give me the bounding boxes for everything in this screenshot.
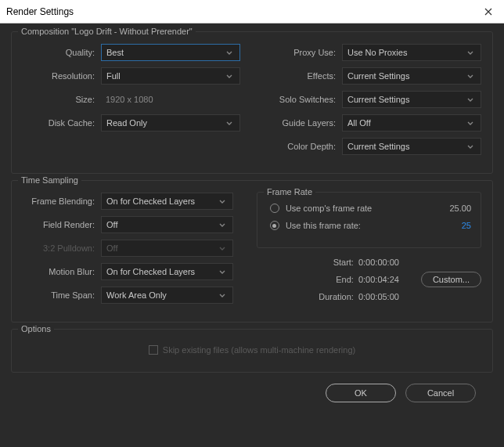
motion-blur-value: On for Checked Layers — [106, 267, 217, 276]
window-title: Render Settings — [6, 6, 473, 17]
chevron-down-icon — [217, 196, 228, 206]
solo-dropdown[interactable]: Current Settings — [342, 91, 481, 108]
solo-value: Current Settings — [347, 95, 465, 104]
chevron-down-icon — [465, 118, 476, 128]
frame-rate-group: Frame Rate Use comp's frame rate 25.00 U… — [257, 192, 481, 248]
this-rate-value[interactable]: 25 — [454, 221, 471, 230]
depth-dropdown[interactable]: Current Settings — [342, 138, 481, 155]
time-span-label: Time Span: — [23, 290, 101, 300]
frame-rate-legend: Frame Rate — [264, 187, 315, 196]
close-icon — [484, 8, 492, 16]
duration-label: Duration: — [311, 292, 358, 301]
close-button[interactable] — [473, 0, 504, 23]
radio-comp-rate[interactable] — [270, 204, 279, 213]
chevron-down-icon — [465, 142, 476, 151]
composition-group: Composition "Logo Drift - Without Preren… — [11, 31, 493, 174]
end-value: 0:00:04:24 — [358, 275, 421, 284]
cancel-button[interactable]: Cancel — [405, 384, 476, 402]
size-value: 1920 x 1080 — [101, 95, 240, 104]
time-sampling-group: Time Sampling Frame Blending: On for Che… — [11, 180, 493, 323]
frame-blending-dropdown[interactable]: On for Checked Layers — [101, 193, 233, 210]
field-render-label: Field Render: — [23, 220, 101, 229]
frame-blending-label: Frame Blending: — [23, 196, 101, 206]
time-sampling-left-col: Frame Blending: On for Checked Layers Fi… — [23, 192, 233, 309]
composition-right-col: Proxy Use: Use No Proxies Effects: Curre… — [264, 43, 481, 160]
skip-files-checkbox — [149, 345, 158, 355]
resolution-dropdown[interactable]: Full — [101, 67, 240, 85]
guide-label: Guide Layers: — [264, 118, 342, 128]
effects-label: Effects: — [264, 71, 342, 81]
start-label: Start: — [311, 258, 358, 267]
start-value: 0:00:00:00 — [358, 258, 421, 267]
motion-blur-label: Motion Blur: — [23, 267, 101, 276]
radio-this-rate-label: Use this frame rate: — [286, 221, 454, 230]
proxy-dropdown[interactable]: Use No Proxies — [342, 44, 481, 61]
pulldown-dropdown: Off — [101, 240, 233, 257]
motion-blur-dropdown[interactable]: On for Checked Layers — [101, 263, 233, 280]
radio-comp-rate-label: Use comp's frame rate — [286, 204, 442, 213]
frame-blending-value: On for Checked Layers — [106, 196, 217, 206]
end-label: End: — [311, 275, 358, 284]
effects-value: Current Settings — [347, 71, 465, 81]
pulldown-label: 3:2 Pulldown: — [23, 243, 101, 253]
radio-this-rate[interactable] — [270, 221, 279, 230]
pulldown-value: Off — [106, 243, 217, 253]
depth-value: Current Settings — [347, 142, 465, 151]
chevron-down-icon — [217, 243, 228, 253]
quality-label: Quality: — [23, 48, 101, 57]
skip-files-label: Skip existing files (allows multi-machin… — [163, 345, 355, 355]
depth-label: Color Depth: — [264, 142, 342, 151]
chevron-down-icon — [217, 220, 228, 229]
guide-dropdown[interactable]: All Off — [342, 114, 481, 132]
options-legend: Options — [18, 324, 54, 333]
chevron-down-icon — [465, 48, 476, 57]
duration-value: 0:00:05:00 — [358, 292, 421, 301]
solo-label: Solo Switches: — [264, 95, 342, 104]
chevron-down-icon — [224, 71, 235, 81]
chevron-down-icon — [465, 71, 476, 81]
size-label: Size: — [23, 95, 101, 104]
ok-button[interactable]: OK — [326, 384, 396, 402]
dialog-footer: OK Cancel — [11, 379, 493, 402]
diskcache-value: Read Only — [106, 118, 224, 128]
quality-value: Best — [106, 48, 224, 57]
diskcache-dropdown[interactable]: Read Only — [101, 114, 240, 132]
chevron-down-icon — [217, 267, 228, 276]
quality-dropdown[interactable]: Best — [101, 44, 240, 61]
chevron-down-icon — [224, 118, 235, 128]
chevron-down-icon — [465, 95, 476, 104]
resolution-value: Full — [106, 71, 224, 81]
chevron-down-icon — [217, 290, 228, 300]
options-group: Options Skip existing files (allows mult… — [11, 329, 493, 373]
comp-rate-value: 25.00 — [441, 204, 471, 213]
composition-legend: Composition "Logo Drift - Without Preren… — [18, 27, 196, 36]
proxy-value: Use No Proxies — [347, 48, 465, 57]
time-sampling-legend: Time Sampling — [18, 175, 81, 185]
composition-left-col: Quality: Best Resolution: Full Size: 192 — [23, 43, 240, 160]
proxy-label: Proxy Use: — [264, 48, 342, 57]
diskcache-label: Disk Cache: — [23, 118, 101, 128]
time-span-value: Work Area Only — [106, 290, 217, 300]
time-sampling-right-col: Frame Rate Use comp's frame rate 25.00 U… — [257, 192, 481, 309]
resolution-label: Resolution: — [23, 71, 101, 81]
custom-button[interactable]: Custom... — [421, 272, 481, 287]
effects-dropdown[interactable]: Current Settings — [342, 67, 481, 85]
timing-block: Start: 0:00:00:00 End: 0:00:04:24 Custom… — [257, 258, 481, 301]
field-render-value: Off — [106, 220, 217, 229]
guide-value: All Off — [347, 118, 465, 128]
time-span-dropdown[interactable]: Work Area Only — [101, 287, 233, 304]
field-render-dropdown[interactable]: Off — [101, 216, 233, 233]
titlebar: Render Settings — [0, 0, 504, 23]
chevron-down-icon — [224, 48, 235, 57]
